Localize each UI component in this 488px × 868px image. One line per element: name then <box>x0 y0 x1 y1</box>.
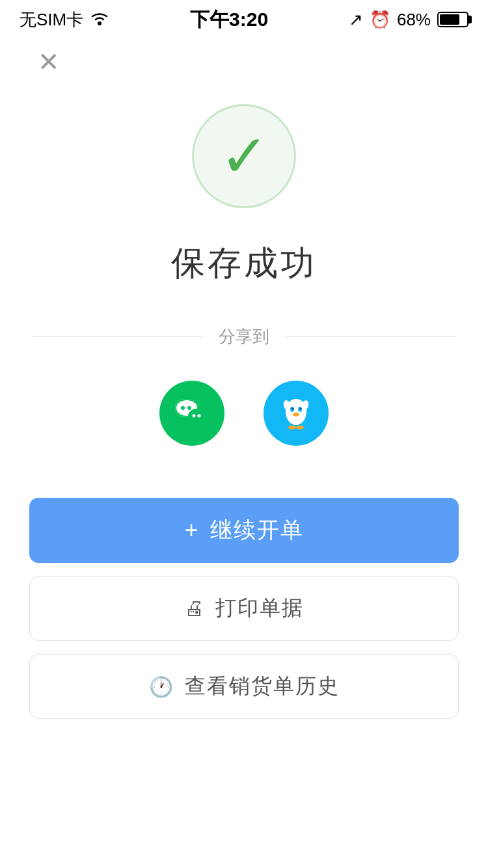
history-button[interactable]: 🕐 查看销货单历史 <box>29 654 459 719</box>
history-icon: 🕐 <box>149 675 174 698</box>
status-left: 无SIM卡 <box>20 8 109 31</box>
svg-point-7 <box>193 414 196 418</box>
svg-point-8 <box>198 414 201 418</box>
print-icon: 🖨 <box>184 597 205 619</box>
svg-point-5 <box>187 406 191 410</box>
wechat-share-button[interactable] <box>159 381 224 446</box>
close-button[interactable]: ✕ <box>33 46 65 78</box>
status-bar: 无SIM卡 下午3:20 ↗ ⏰ 68% <box>0 0 488 39</box>
svg-point-6 <box>188 409 206 423</box>
continue-order-label: 继续开单 <box>210 515 304 545</box>
continue-order-button[interactable]: + 继续开单 <box>29 498 459 563</box>
wechat-icon <box>172 396 211 430</box>
divider-line-right <box>285 336 455 337</box>
checkmark-icon: ✓ <box>220 127 269 185</box>
main-content: ✓ 保存成功 分享到 <box>0 39 488 719</box>
svg-point-0 <box>98 21 102 25</box>
svg-point-14 <box>293 413 299 416</box>
wifi-icon <box>90 10 109 30</box>
battery-icon <box>437 12 468 27</box>
location-icon: ↗ <box>349 10 363 30</box>
share-divider: 分享到 <box>33 325 455 348</box>
status-right: ↗ ⏰ 68% <box>349 10 468 30</box>
close-icon: ✕ <box>38 49 60 75</box>
svg-point-18 <box>296 426 304 429</box>
qq-icon <box>279 394 313 433</box>
share-label: 分享到 <box>203 325 285 348</box>
svg-point-4 <box>181 406 185 410</box>
svg-point-17 <box>288 426 296 429</box>
history-label: 查看销货单历史 <box>185 672 340 701</box>
success-title: 保存成功 <box>171 241 317 286</box>
print-button[interactable]: 🖨 打印单据 <box>29 576 459 641</box>
carrier-label: 无SIM卡 <box>20 8 83 31</box>
share-icons <box>159 381 329 446</box>
action-buttons: + 继续开单 🖨 打印单据 🕐 查看销货单历史 <box>29 498 459 719</box>
plus-icon: + <box>184 517 199 544</box>
print-label: 打印单据 <box>215 594 304 623</box>
battery-percent: 68% <box>397 10 431 30</box>
alarm-icon: ⏰ <box>370 10 390 30</box>
divider-line-left <box>33 336 203 337</box>
success-icon-circle: ✓ <box>192 104 296 208</box>
qq-share-button[interactable] <box>264 381 329 446</box>
svg-point-12 <box>292 408 294 410</box>
status-time: 下午3:20 <box>190 7 268 33</box>
svg-point-13 <box>300 408 302 410</box>
